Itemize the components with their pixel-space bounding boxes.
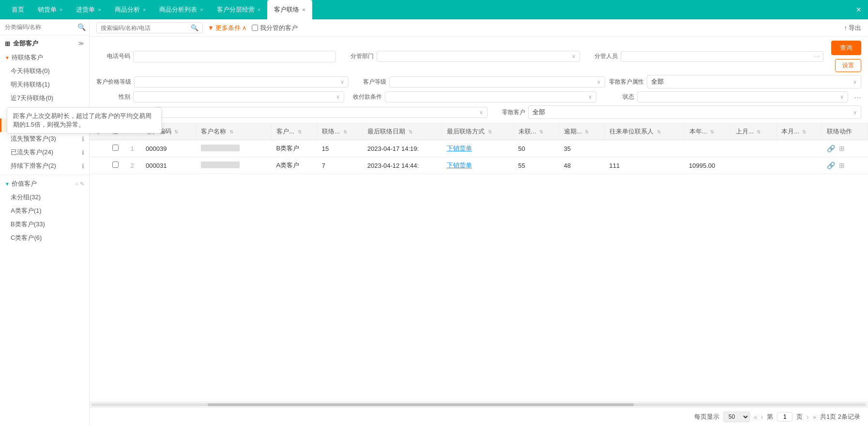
customer-level-field: 客户等级 ∨ <box>352 76 605 88</box>
retail-attr-field: 零散客户属性 全部 ∨ <box>609 75 861 88</box>
export-icon: ↑ <box>844 24 848 31</box>
sidebar-item-class-b[interactable]: B类客户(33) <box>0 218 89 231</box>
gender-select[interactable]: ∨ <box>133 91 344 103</box>
scrollbar-thumb[interactable] <box>208 403 634 406</box>
filter-more-btn[interactable]: ··· <box>854 93 861 102</box>
close-customer-contact-icon[interactable]: × <box>302 7 305 13</box>
nav-item-purchase[interactable]: 进货单 × <box>69 0 107 19</box>
dept-select[interactable]: ∨ <box>377 51 579 62</box>
close-purchase-icon[interactable]: × <box>98 7 101 13</box>
nav-item-customer-contact[interactable]: 客户联络 × <box>267 0 312 19</box>
next-page-btn[interactable]: › <box>807 413 808 421</box>
sidebar-item-unclassified[interactable]: 未分组(32) <box>0 191 89 204</box>
nav-item-product-analysis[interactable]: 商品分析 × <box>108 0 152 19</box>
category-col-header: 客户... ⇅ <box>272 123 317 140</box>
row1-contact-method-link[interactable]: 下销货单 <box>447 145 472 152</box>
more-conditions-btn[interactable]: ▼ 更多条件 ∧ <box>208 24 247 32</box>
row2-grid-icon[interactable]: ⊞ <box>839 162 845 169</box>
page-number-input[interactable] <box>777 412 792 422</box>
this-year-sort-icon[interactable]: ⇅ <box>710 129 714 134</box>
sidebar-item-today[interactable]: 今天待联络(0) <box>0 64 89 78</box>
value-customers-group-title[interactable]: ▼ 价值客户 ○ ✎ <box>0 177 89 191</box>
row1-last-contact-method: 下销货单 <box>442 140 514 157</box>
unit-contact-sort-icon[interactable]: ⇅ <box>657 129 661 134</box>
main-layout: 🔍 ⊞ 全部客户 ≫ ▼ 待联络客户 今天待联络(0) 明天待联络(1) 近7天… <box>0 19 868 426</box>
query-button[interactable]: 查询 <box>831 41 861 55</box>
sidebar-item-class-a[interactable]: A类客户(1) <box>0 204 89 218</box>
customer-type-arrow-icon: ∨ <box>479 109 483 116</box>
search-input[interactable] <box>101 25 191 31</box>
unread-sort-icon[interactable]: ⇅ <box>539 129 543 134</box>
row1-unit-contact <box>605 140 684 157</box>
close-product-list-icon[interactable]: × <box>200 7 203 13</box>
status-arrow-icon: ∨ <box>840 94 844 100</box>
row1-link-icon[interactable]: 🔗 <box>827 145 835 152</box>
customer-level-select[interactable]: ∨ <box>389 76 605 88</box>
sidebar-item-declining[interactable]: 持续下滑客户(2) ℹ <box>0 159 89 173</box>
last-method-sort-icon[interactable]: ⇅ <box>488 129 492 134</box>
window-close-icon[interactable]: × <box>856 5 861 15</box>
horizontal-scrollbar[interactable] <box>90 401 868 407</box>
prev-page-btn[interactable]: ‹ <box>761 413 763 421</box>
customer-type-select[interactable]: ∨ <box>154 107 487 118</box>
sidebar-search-input[interactable] <box>5 24 77 30</box>
sidebar-item-class-c[interactable]: C类客户(6) <box>0 231 89 245</box>
close-sales-icon[interactable]: × <box>60 7 62 13</box>
payment-select[interactable]: ∨ <box>385 91 596 103</box>
last-date-sort-icon[interactable]: ⇅ <box>409 129 412 134</box>
nav-item-sales[interactable]: 销货单 × <box>31 0 69 19</box>
close-product-analysis-icon[interactable]: × <box>143 7 146 13</box>
status-select[interactable]: ∨ <box>637 91 848 103</box>
contact-sort-icon[interactable]: ⇅ <box>343 129 347 134</box>
row2-link-icon[interactable]: 🔗 <box>827 162 835 169</box>
nav-item-customer-mgmt[interactable]: 客户分层经营 × <box>210 0 267 19</box>
search-field: 🔍 <box>96 22 203 33</box>
total-records-info: 共1页 2条记录 <box>820 412 860 421</box>
status-field: 状态 ∨ <box>600 91 848 103</box>
manager-select[interactable]: ··· <box>621 51 823 62</box>
code-sort-icon[interactable]: ⇅ <box>174 129 178 134</box>
category-sort-icon[interactable]: ⇅ <box>298 129 302 134</box>
last-month-sort-icon[interactable]: ⇅ <box>757 129 761 134</box>
sidebar-search-icon[interactable]: 🔍 <box>77 23 86 31</box>
customer-level-label: 客户等级 <box>352 78 386 86</box>
this-month-sort-icon[interactable]: ⇅ <box>802 129 806 134</box>
row2-select-checkbox[interactable] <box>112 162 119 168</box>
row1-this-month <box>777 140 822 157</box>
filter-action-btns: 查询 设置 <box>831 41 861 72</box>
last-page-btn[interactable]: » <box>813 413 816 421</box>
per-page-select[interactable]: 50 20 100 <box>723 411 750 422</box>
data-table-area: ⚙ 客户编码 ⇅ 客户名称 ⇅ <box>90 123 868 401</box>
close-customer-mgmt-icon[interactable]: × <box>258 7 260 13</box>
row1-select-checkbox[interactable] <box>112 145 119 151</box>
my-customers-filter[interactable]: 我分管的客户 <box>252 24 298 32</box>
name-sort-icon[interactable]: ⇅ <box>229 129 233 134</box>
export-btn[interactable]: ↑ 导出 <box>844 24 862 32</box>
row2-contact-method-link[interactable]: 下销货单 <box>447 162 472 169</box>
pending-contact-group-title[interactable]: ▼ 待联络客户 <box>0 51 89 64</box>
sidebar-item-7days[interactable]: 近7天待联络(0) <box>0 91 89 105</box>
phone-input[interactable] <box>133 51 336 62</box>
row1-last-contact-date: 2023-04-17 14:19: <box>363 140 442 157</box>
retail-customer-select[interactable]: 全部 ∨ <box>528 105 861 119</box>
sidebar-collapse-icon[interactable]: ≫ <box>78 40 84 47</box>
set-button[interactable]: 设置 <box>835 59 861 72</box>
manager-label: 分管人员 <box>584 52 618 60</box>
price-level-select[interactable]: ∨ <box>134 76 349 88</box>
overdue-sort-icon[interactable]: ⇅ <box>585 129 589 134</box>
retail-attr-select[interactable]: 全部 ∨ <box>647 75 861 88</box>
payment-arrow-icon: ∨ <box>588 94 592 100</box>
first-page-btn[interactable]: « <box>754 413 757 421</box>
gender-field: 性别 ∨ <box>96 91 344 103</box>
sidebar-item-tomorrow[interactable]: 明天待联络(1) <box>0 78 89 91</box>
action-col-header: 联络动作 <box>822 123 868 140</box>
nav-item-product-list[interactable]: 商品分析列表 × <box>152 0 210 19</box>
all-customers-title[interactable]: ⊞ 全部客户 ≫ <box>0 35 89 51</box>
value-edit-icons[interactable]: ○ ✎ <box>75 181 84 187</box>
sidebar-item-already-lost[interactable]: 已流失客户(24) ℹ <box>0 146 89 159</box>
search-icon[interactable]: 🔍 <box>191 24 198 31</box>
sidebar-item-lost-preview[interactable]: 流失预警客户(3) ℹ <box>0 132 89 146</box>
my-customers-checkbox[interactable] <box>252 25 258 31</box>
row1-grid-icon[interactable]: ⊞ <box>839 145 845 152</box>
nav-item-home[interactable]: 首页 <box>5 0 31 19</box>
